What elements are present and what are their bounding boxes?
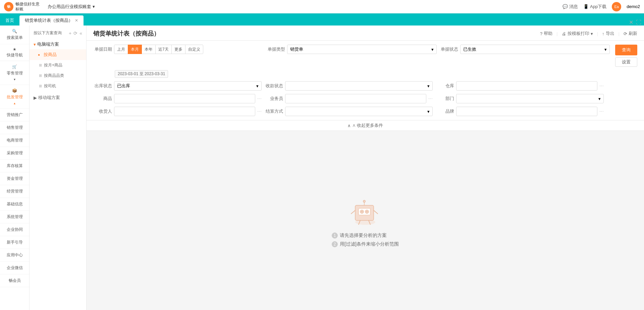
sidebar-item-sales[interactable]: 销售管理 [0,121,29,134]
star-icon: ★ [13,47,16,52]
payment-status-content: ▾ [285,81,433,91]
filter-doc-status: 单据状态 已生效 ▾ [439,45,610,54]
page-header: 销货单统计表（按商品） ? 帮助 | 🖨 按模板打印 ▾ | ↑ [87,25,644,41]
settings-button[interactable]: 设置 [615,57,637,67]
warehouse-dots[interactable]: ··· [599,83,604,89]
filter-warehouse-status: 出库状态 已出库 ▾ [93,81,262,91]
chevron-icon: ▴ [14,101,15,105]
warehouse-label: 仓库 [435,83,454,89]
sidebar-item-wholesale[interactable]: 📦 批发管理 ▴ [0,85,29,109]
sidebar-item-marketing[interactable]: 营销推广 [0,109,29,121]
doc-status-label: 单据状态 [439,46,458,52]
scheme-by-category[interactable]: ⊞ 按商品品类 [30,70,86,81]
doc-type-value: 销货单 [290,46,303,52]
department-select[interactable]: ▾ [456,94,604,103]
payment-status-label: 收款状态 [264,83,283,89]
sidebar-item-ecommerce[interactable]: 电商管理 [0,134,29,147]
payment-status-select[interactable]: ▾ [285,81,433,91]
salesperson-dots[interactable]: ··· [428,96,433,102]
date-btn-custom[interactable]: 自定义 [185,45,203,54]
sidebar-item-app-center[interactable]: 应用中心 [0,249,29,262]
sidebar-item-inventory[interactable]: 库存核算 [0,160,29,172]
message-icon: 💬 [562,4,568,9]
window-maximize-icon[interactable]: ⛶ [636,19,641,25]
tab-close-icon[interactable]: ✕ [75,18,78,23]
doc-type-select[interactable]: 销货单 ▾ [287,45,437,54]
collapse-bar: ∧ ∧ 收起更多条件 [87,120,644,131]
collapse-conditions-button[interactable]: ∧ ∧ 收起更多条件 [347,122,383,128]
help-button[interactable]: ? 帮助 [540,31,552,37]
window-controls: ✕ ⛶ [629,19,644,25]
sidebar-item-enterprise-wechat[interactable]: 企业微信 [0,262,29,274]
warehouse-content: ··· [456,81,604,91]
window-close-icon[interactable]: ✕ [629,19,633,25]
sidebar-item-basic[interactable]: 基础信息 [0,198,29,211]
brand-input[interactable] [456,107,597,116]
salesperson-label: 业务员 [264,96,283,102]
date-btn-7days[interactable]: 近7天 [155,45,172,54]
refresh-button[interactable]: ⟳ 刷新 [624,31,637,37]
scheme-by-month-product[interactable]: ⊞ 按月+商品 [30,60,86,70]
query-button[interactable]: 查询 [615,45,637,55]
app-download-button[interactable]: 📱 App下载 [583,4,606,10]
chevron-down-icon: ▾ [256,84,259,89]
sidebar-item-finance[interactable]: 资金管理 [0,172,29,185]
recipient-input[interactable] [114,107,255,116]
scheme-by-product[interactable]: ● 按商品 [30,49,86,60]
scheme-group-mobile-header[interactable]: ▶ 移动端方案 [30,93,86,103]
sidebar-item-enterprise-collab[interactable]: 企业协同 [0,223,29,236]
refresh-scheme-button[interactable]: ⟳ [73,31,77,36]
warehouse-input[interactable] [456,81,597,91]
add-scheme-button[interactable]: + [69,31,71,36]
content-area: 按以下方案查询 + ⟳ « ▾ 电脑端方案 ● 按商品 ⊞ 按月 [30,25,644,310]
date-btn-last-month[interactable]: 上月 [114,45,128,54]
payment-method-select[interactable]: ▾ [285,107,433,116]
sidebar-search[interactable]: 🔍 搜索菜单 [0,25,29,44]
svg-line-10 [374,210,378,214]
page-actions: ? 帮助 | 🖨 按模板打印 ▾ | ↑ 导出 | [540,31,637,37]
tip-num-2: 2 [332,241,338,247]
message-button[interactable]: 💬 消息 [562,4,578,10]
retail-icon: 🛒 [12,64,17,69]
left-panel: 按以下方案查询 + ⟳ « ▾ 电脑端方案 ● 按商品 ⊞ 按月 [30,25,87,310]
scheme-by-driver[interactable]: ⊞ 按司机 [30,81,86,91]
collapse-panel-button[interactable]: « [79,31,82,36]
sidebar-item-newbie[interactable]: 新手引导 [0,236,29,249]
department-label: 部门 [435,96,454,102]
sidebar-item-system[interactable]: 系统管理 [0,211,29,223]
sub-grid-icon3: ⊞ [39,84,42,88]
sidebar-item-operations[interactable]: 经营管理 [0,185,29,198]
filter-product: 商品 ··· [93,94,262,103]
product-input[interactable] [114,94,255,103]
recipient-dots[interactable]: ··· [257,108,262,114]
collapse-icon: ∧ [347,123,351,128]
scheme-group-pc: ▾ 电脑端方案 ● 按商品 ⊞ 按月+商品 ⊞ 按商品品类 ⊞ 按司机 [30,39,86,91]
department-content: ▾ [456,94,604,103]
user-avatar[interactable]: Ea [612,2,621,11]
tab-report[interactable]: 销货单统计表（按商品） ✕ [19,15,84,25]
search-icon: 🔍 [12,29,17,34]
date-btn-this-year[interactable]: 本年 [142,45,156,54]
salesperson-input[interactable] [285,94,426,103]
print-button[interactable]: 🖨 按模板打印 ▾ [562,31,593,37]
date-btn-this-month[interactable]: 本月 [128,45,142,54]
sidebar-item-vip[interactable]: 畅会员 [0,274,29,287]
brand-dots[interactable]: ··· [599,108,604,114]
expand-icon: ▾ [34,42,36,47]
sidebar-quick-nav[interactable]: ★ 快捷导航 [0,44,29,61]
chevron-down-icon: ▾ [431,47,434,52]
empty-text: 1 请先选择要分析的方案 2 用[过滤]条件来缩小分析范围 [332,232,399,247]
product-dots[interactable]: ··· [257,96,262,102]
doc-status-select[interactable]: 已生效 ▾ [460,45,610,54]
sub-grid-icon1: ⊞ [39,63,42,67]
sidebar-item-retail[interactable]: 🛒 零售管理 ▾ [0,61,29,85]
date-btn-more[interactable]: 更多 [171,45,185,54]
workspace-selector[interactable]: 办公用品行业模拟账套 ▾ [48,4,95,10]
tab-home[interactable]: 首页 [0,15,19,25]
sidebar-item-purchase[interactable]: 采购管理 [0,147,29,160]
warehouse-status-content: 已出库 ▾ [114,81,262,91]
export-button[interactable]: ↑ 导出 [602,31,614,37]
left-panel-header: 按以下方案查询 + ⟳ « [30,28,86,38]
scheme-group-pc-header[interactable]: ▾ 电脑端方案 [30,39,86,49]
warehouse-status-select[interactable]: 已出库 ▾ [114,81,262,91]
